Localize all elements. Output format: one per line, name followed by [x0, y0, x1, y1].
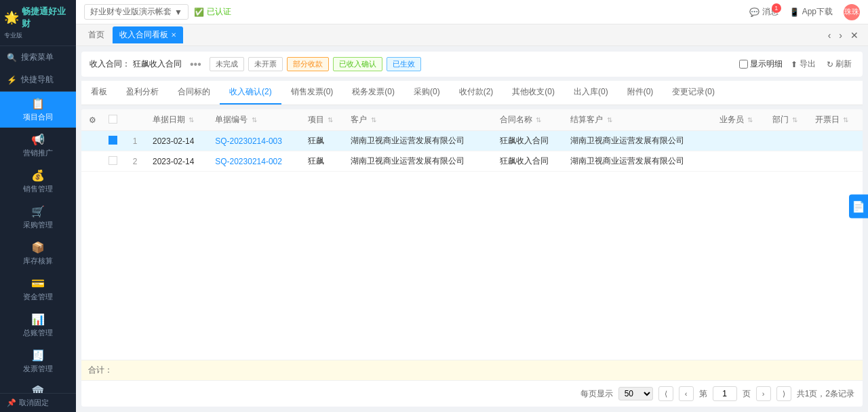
sidebar-item-general-ledger[interactable]: 📊 总账管理: [0, 307, 76, 343]
home-tab[interactable]: 首页: [83, 26, 110, 43]
search-menu[interactable]: 🔍 搜索菜单: [0, 46, 76, 69]
row-checkbox[interactable]: [103, 131, 123, 151]
row-bill-no[interactable]: SQ-20230214-003: [210, 131, 302, 151]
col-project[interactable]: 项目 ⇅: [302, 109, 346, 131]
funds-icon: 💳: [31, 277, 45, 290]
refresh-label: 刷新: [835, 58, 852, 70]
contract-actions: 显示明细 ⬆ 导出 ↻ 刷新: [739, 57, 854, 71]
sidebar-item-invoice[interactable]: 🧾 发票管理: [0, 343, 76, 379]
page-size-select[interactable]: 20 50 100 200: [618, 387, 653, 400]
contract-kanban-tab[interactable]: 收入合同看板 ✕: [113, 26, 183, 43]
tab-close-icon[interactable]: ✕: [171, 31, 176, 39]
table-row[interactable]: 2 2023-02-14 SQ-20230214-002 狂飙 湖南卫视商业运营…: [81, 151, 863, 172]
company-selector[interactable]: 好业财专业版演示帐套 ▼: [84, 4, 189, 20]
refresh-icon: ↻: [827, 60, 833, 69]
page-label: 第: [699, 388, 707, 400]
app-download-button[interactable]: 📱 App下载: [789, 6, 833, 18]
col-date[interactable]: 单据日期 ⇅: [147, 109, 210, 131]
page-size-label: 每页显示: [580, 388, 613, 400]
col-open-date[interactable]: 开票日 ⇅: [810, 109, 863, 131]
row-department: [767, 131, 810, 151]
col-department[interactable]: 部门 ⇅: [767, 109, 810, 131]
contract-more-icon[interactable]: •••: [190, 58, 201, 71]
bill-no-link[interactable]: SQ-20230214-003: [215, 136, 282, 146]
col-select-all[interactable]: [103, 109, 123, 131]
sidebar-item-label: 营销推广: [23, 148, 53, 158]
tab-close-all-button[interactable]: ✕: [848, 29, 861, 42]
first-page-button[interactable]: ⟨: [658, 386, 673, 401]
inventory-icon: 📦: [31, 241, 45, 254]
last-page-button[interactable]: ⟩: [776, 386, 791, 401]
row-checkbox[interactable]: [103, 151, 123, 172]
col-contract-name[interactable]: 合同名称 ⇅: [494, 109, 566, 131]
app-download-icon: 📱: [789, 7, 800, 17]
col-bill-no[interactable]: 单据编号 ⇅: [210, 109, 302, 131]
detail-checkbox-input[interactable]: [739, 60, 748, 69]
sticky-panel-icon[interactable]: 📄: [852, 200, 865, 212]
marketing-icon: 📢: [31, 133, 45, 146]
tab-change-record[interactable]: 变更记录(0): [663, 81, 724, 105]
status-tag-income-confirmed[interactable]: 已收入确认: [333, 57, 382, 71]
sidebar-item-label: 库存核算: [23, 256, 53, 266]
user-avatar-area[interactable]: 珠珠: [844, 4, 860, 20]
unpin-button[interactable]: 📌 取消固定: [0, 393, 76, 412]
next-page-button[interactable]: ›: [756, 386, 771, 401]
col-num: [123, 109, 147, 131]
tab-warehouse[interactable]: 出入库(0): [564, 81, 618, 105]
status-tag-incomplete[interactable]: 未完成: [210, 57, 244, 71]
table-container[interactable]: ⚙ 单据日期 ⇅ 单据编号 ⇅ 项目 ⇅ 客户 ⇅ 合同名称 ⇅ 结算客户 ⇅ …: [81, 109, 863, 360]
sidebar-item-label: 销售管理: [23, 184, 53, 194]
sidebar-item-tax[interactable]: 🏛️ 税务管理: [0, 379, 76, 393]
page-input[interactable]: [713, 386, 737, 401]
tab-profit[interactable]: 盈利分析: [117, 81, 168, 105]
sort-dept-icon: ⇅: [792, 116, 797, 124]
tab-payment[interactable]: 收付款(2): [450, 81, 503, 105]
quick-nav[interactable]: ⚡ 快捷导航: [0, 69, 76, 92]
project-contract-icon: 📋: [31, 97, 45, 110]
detail-tabs: 看板 盈利分析 合同标的 收入确认(2) 销售发票(0) 税务发票(0) 采购(…: [81, 81, 863, 105]
tab-contract-standard[interactable]: 合同标的: [168, 81, 220, 105]
row-customer: 湖南卫视商业运营发展有限公司: [345, 131, 494, 151]
sidebar-item-marketing[interactable]: 📢 营销推广: [0, 128, 76, 164]
col-salesperson[interactable]: 业务员 ⇅: [714, 109, 767, 131]
sidebar-item-project-contract[interactable]: 📋 项目合同: [0, 92, 76, 128]
sidebar: 🌟 畅捷通好业财 专业版 🔍 搜索菜单 ⚡ 快捷导航 📋 项目合同 📢 营销推广…: [0, 0, 76, 412]
sidebar-item-funds[interactable]: 💳 资金管理: [0, 271, 76, 307]
tab-kanban[interactable]: 看板: [81, 81, 117, 105]
row-bill-no[interactable]: SQ-20230214-002: [210, 151, 302, 172]
tab-next-button[interactable]: ›: [836, 29, 845, 42]
tab-tax-invoice[interactable]: 税务发票(0): [342, 81, 404, 105]
tab-prev-button[interactable]: ‹: [825, 29, 834, 42]
sidebar-item-purchase[interactable]: 🛒 采购管理: [0, 200, 76, 236]
row-select-checkbox[interactable]: [108, 156, 117, 165]
export-button[interactable]: ⬆ 导出: [788, 57, 818, 71]
tab-income-confirm[interactable]: 收入确认(2): [220, 81, 281, 105]
select-all-checkbox[interactable]: [108, 115, 117, 124]
message-button[interactable]: 💬 消息 1: [749, 6, 778, 18]
page-content: 收入合同： 狂飙收入合同 ••• 未完成 未开票 部分收款 已收入确认 已生效 …: [76, 46, 868, 412]
sort-settlement-icon: ⇅: [607, 116, 612, 124]
status-tag-effective[interactable]: 已生效: [387, 57, 421, 71]
col-settings[interactable]: ⚙: [81, 109, 103, 131]
show-detail-checkbox[interactable]: 显示明细: [739, 58, 783, 70]
col-customer[interactable]: 客户 ⇅: [345, 109, 494, 131]
tab-attachment[interactable]: 附件(0): [618, 81, 663, 105]
table-row[interactable]: 1 2023-02-14 SQ-20230214-003 狂飙 湖南卫视商业运营…: [81, 131, 863, 151]
tab-other-receipt[interactable]: 其他收支(0): [502, 81, 564, 105]
sort-bill-no-icon: ⇅: [252, 116, 257, 124]
user-name: 珠珠: [844, 7, 859, 17]
row-select-checkbox[interactable]: [108, 136, 117, 145]
sidebar-item-sales[interactable]: 💰 销售管理: [0, 164, 76, 200]
tab-purchase[interactable]: 采购(0): [404, 81, 450, 105]
tab-sales-invoice[interactable]: 销售发票(0): [281, 81, 343, 105]
total-label: 合计：: [88, 364, 113, 376]
refresh-button[interactable]: ↻ 刷新: [824, 57, 854, 71]
bill-no-link[interactable]: SQ-20230214-002: [215, 157, 282, 166]
sort-date-icon: ⇅: [189, 116, 194, 124]
sidebar-item-inventory[interactable]: 📦 库存核算: [0, 236, 76, 271]
status-tag-partial-receipt[interactable]: 部分收款: [287, 57, 329, 71]
sidebar-item-label: 总账管理: [23, 328, 53, 338]
col-settlement[interactable]: 结算客户 ⇅: [565, 109, 713, 131]
prev-page-button[interactable]: ‹: [679, 386, 694, 401]
status-tag-uninvoiced[interactable]: 未开票: [248, 57, 283, 71]
